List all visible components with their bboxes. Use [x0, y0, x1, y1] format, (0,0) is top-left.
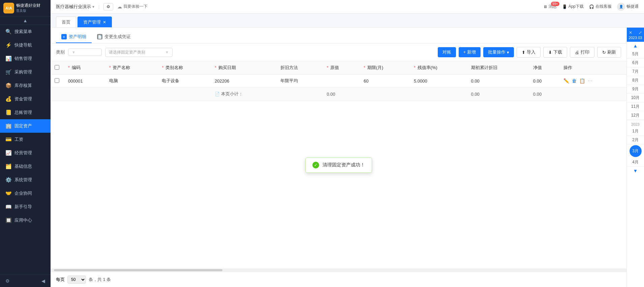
sidebar-item-enterprise[interactable]: 🤝 企业协同 [0, 187, 51, 200]
sub-tab-list[interactable]: ≡ 资产明细 [56, 31, 92, 43]
topbar-download-btn[interactable]: 📱 App下载 [562, 4, 584, 9]
import-icon: ⬆ [522, 50, 525, 55]
reconcile-button[interactable]: 对账 [438, 47, 456, 57]
cal-month-12[interactable]: 12月 [627, 111, 644, 120]
tab-close-icon[interactable]: ✕ [103, 20, 106, 25]
th-depreciation-method: 折旧方法 [276, 61, 323, 74]
cal-month-5[interactable]: 5月 [627, 50, 644, 59]
sidebar: AtA 畅捷通好业财 普及版 ▲ 🔍 搜索菜单 ⚡ 快捷导航 📊 销售管理 🛒 … [0, 0, 51, 287]
cell-period: 60 [360, 74, 410, 88]
sidebar-item-search[interactable]: 🔍 搜索菜单 [0, 25, 51, 38]
cal-month-10[interactable]: 10月 [627, 94, 644, 102]
cal-month-11[interactable]: 11月 [627, 102, 644, 111]
sidebar-item-sales[interactable]: 📊 销售管理 [0, 52, 51, 65]
calendar-nav-down[interactable]: ▼ [627, 167, 644, 175]
total-text: 条，共 1 条 [89, 277, 111, 283]
chevron-down-icon: ▾ [507, 50, 509, 55]
subtotal-net-value: 0.00 [529, 88, 559, 101]
calendar-header: ✕ ⤢ 2023.03 [627, 28, 644, 42]
sidebar-item-quicknav[interactable]: ⚡ 快捷导航 [0, 38, 51, 52]
per-page-select[interactable]: 50 10 20 100 [67, 276, 86, 284]
cell-net-value: 0.00 [529, 74, 559, 88]
row-checkbox[interactable] [55, 78, 59, 83]
dropdown-icon: ▼ [165, 50, 169, 54]
cal-month-7[interactable]: 7月 [627, 67, 644, 76]
sidebar-item-newbie[interactable]: 📖 新手引导 [0, 200, 51, 214]
cell-code: 000001 [64, 74, 105, 88]
sub-tab-voucher[interactable]: 📄 变更生成凭证 [92, 31, 136, 43]
per-page-label: 每页 [56, 277, 65, 283]
fixedasset-icon: 🏢 [5, 123, 12, 129]
sidebar-item-apps[interactable]: 🔲 应用中心 [0, 214, 51, 227]
notification-icon: 🖥 [543, 4, 547, 9]
th-original-value: * 原值 [323, 61, 360, 74]
cal-month-1[interactable]: 1月 [627, 127, 644, 136]
filter-category-value[interactable]: 请选择固定资产类别 ▼ [105, 48, 173, 57]
batch-button[interactable]: 批量操作 ▾ [483, 47, 514, 57]
topbar-experience: ☁ 我要体验一下 [117, 4, 148, 9]
scrollbar-thumb[interactable] [54, 269, 222, 271]
copy-icon[interactable]: 📋 [579, 78, 585, 84]
new-button[interactable]: + 新增 [459, 47, 481, 57]
th-purchase-date: * 购买日期 [211, 61, 276, 74]
download-icon: 📱 [562, 4, 567, 9]
logo-text: 畅捷通好业财 [16, 3, 40, 8]
filter-category-label: 类别 [56, 49, 65, 55]
sidebar-item-fixedasset[interactable]: 🏢 固定资产 [0, 119, 51, 133]
filter-category-select[interactable]: ▼ [68, 49, 102, 56]
sidebar-item-ledger[interactable]: 📒 总账管理 [0, 106, 51, 119]
sidebar-settings-btn[interactable]: ⚙ [5, 278, 10, 284]
quicknav-icon: ⚡ [5, 42, 12, 48]
sidebar-item-system[interactable]: ⚙️ 系统管理 [0, 173, 51, 187]
calendar-nav-up[interactable]: ▲ [627, 42, 644, 50]
tabs-row: 首页 资产管理 ✕ [51, 13, 644, 28]
asset-table: * 编码 * 资产名称 * 类别名称 [51, 61, 626, 101]
cal-month-3[interactable]: 3月 [630, 145, 642, 157]
main-area: 医疗器械行业演示 ▾ | ⚙ ☁ 我要体验一下 🖥 消息 99+ 📱 App下载… [51, 0, 644, 287]
tab-asset[interactable]: 资产管理 ✕ [78, 17, 112, 27]
sidebar-scroll: 🔍 搜索菜单 ⚡ 快捷导航 📊 销售管理 🛒 采购管理 📦 库存核算 💰 资金管… [0, 25, 51, 275]
calendar-expand-btn[interactable]: ⤢ [638, 30, 643, 36]
calendar-close-btn[interactable]: ✕ [628, 30, 633, 36]
sidebar-item-management[interactable]: 📈 经营管理 [0, 146, 51, 160]
edit-icon[interactable]: ✏️ [563, 78, 569, 84]
sidebar-item-inventory[interactable]: 📦 库存核算 [0, 79, 51, 92]
more-icon[interactable]: ⋯ [588, 78, 592, 84]
cal-month-9[interactable]: 9月 [627, 85, 644, 94]
subtotal-accumulated: 0.00 [467, 88, 529, 101]
topbar-service-btn[interactable]: 🎧 在线客服 [589, 4, 612, 9]
th-net-value: 净值 [529, 61, 559, 74]
check-icon: ✓ [312, 162, 319, 168]
logo-sub: 普及版 [16, 8, 40, 13]
sidebar-collapse-btn[interactable]: ◀ [41, 278, 45, 284]
topbar-settings-btn[interactable]: ⚙ [103, 3, 113, 10]
delete-icon[interactable]: 🗑 [572, 78, 577, 84]
topbar-user-btn[interactable]: 👤 畅捷通 [617, 3, 639, 11]
cell-name: 电脑 [105, 74, 158, 88]
download-button[interactable]: ⬇ 下载 [543, 47, 567, 58]
cal-month-4[interactable]: 4月 [627, 158, 644, 167]
table-row: 000001 电脑 电子设备 202206 年限平均 60 5.0000 0.0… [51, 74, 626, 88]
horizontal-scrollbar[interactable] [51, 268, 626, 272]
sidebar-item-salary[interactable]: 💳 工资 [0, 133, 51, 146]
refresh-button[interactable]: ↻ 刷新 [597, 47, 621, 58]
cal-month-2[interactable]: 2月 [627, 136, 644, 145]
sub-tabs: ≡ 资产明细 📄 变更生成凭证 [51, 28, 626, 43]
cal-year-2023: 2023 [627, 120, 644, 127]
import-button[interactable]: ⬆ 导入 [517, 47, 541, 58]
cal-month-8[interactable]: 8月 [627, 76, 644, 85]
chevron-down-icon[interactable]: ▾ [92, 4, 94, 9]
th-accumulated: 期初累计折旧 [467, 61, 529, 74]
salary-icon: 💳 [5, 136, 12, 142]
sidebar-scroll-up[interactable]: ▲ [23, 18, 28, 23]
cal-month-6[interactable]: 6月 [627, 59, 644, 67]
toolbar-right: 对账 + 新增 批量操作 ▾ ⬆ 导入 ⬇ 下载 🖨 [438, 47, 621, 58]
select-all-checkbox[interactable] [55, 65, 59, 70]
tab-home[interactable]: 首页 [56, 17, 76, 27]
print-button[interactable]: 🖨 打印 [570, 47, 594, 58]
base-icon: 🗂️ [5, 163, 12, 169]
sidebar-item-purchase[interactable]: 🛒 采购管理 [0, 65, 51, 79]
topbar-notification-btn[interactable]: 🖥 消息 99+ [543, 4, 557, 9]
sidebar-item-finance[interactable]: 💰 资金管理 [0, 92, 51, 106]
sidebar-item-base[interactable]: 🗂️ 基础信息 [0, 160, 51, 173]
